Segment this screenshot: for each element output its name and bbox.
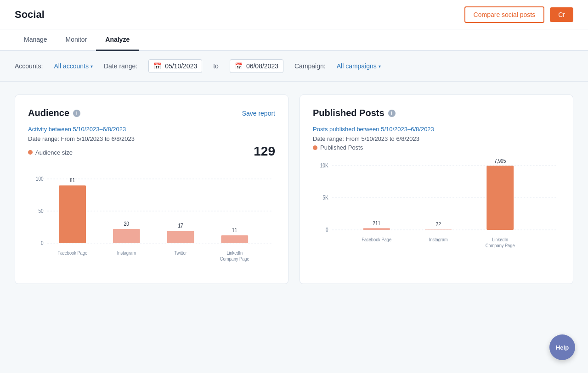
audience-legend-dot <box>28 150 33 155</box>
svg-text:20: 20 <box>124 221 129 227</box>
audience-card-header: Audience i Save report <box>28 108 275 118</box>
published-legend: Published Posts <box>313 144 560 151</box>
svg-text:Company Page: Company Page <box>220 256 249 262</box>
svg-text:LinkedIn: LinkedIn <box>492 237 508 242</box>
audience-date-range: Date range: From 5/10/2023 to 6/8/2023 <box>28 135 275 142</box>
svg-rect-6 <box>59 185 86 243</box>
svg-rect-25 <box>363 228 390 230</box>
svg-text:Company Page: Company Page <box>486 243 515 248</box>
campaign-label: Campaign: <box>294 62 326 70</box>
published-posts-card: Published Posts i Posts published betwee… <box>300 95 573 284</box>
svg-rect-9 <box>113 229 140 243</box>
nav-monitor[interactable]: Monitor <box>57 29 96 51</box>
svg-text:0: 0 <box>326 227 328 233</box>
campaign-chevron-icon: ▾ <box>379 64 381 69</box>
accounts-chevron-icon: ▾ <box>90 64 93 69</box>
svg-text:5K: 5K <box>322 195 328 200</box>
date-from-value: 05/10/2023 <box>165 62 197 70</box>
published-card-header: Published Posts i <box>313 108 560 118</box>
published-title: Published Posts i <box>313 108 396 118</box>
svg-text:Instagram: Instagram <box>117 250 136 256</box>
date-range-label: Date range: <box>104 62 137 70</box>
svg-text:10K: 10K <box>320 162 328 168</box>
audience-info-icon[interactable]: i <box>73 110 80 117</box>
audience-title: Audience i <box>28 108 80 118</box>
nav-manage[interactable]: Manage <box>15 29 57 51</box>
audience-activity-text: Activity between 5/10/2023–6/8/2023 <box>28 126 275 133</box>
calendar-from-icon: 📅 <box>153 62 161 70</box>
audience-chart-svg: 100 50 0 81 Facebook Page 20 Instagram 1… <box>28 170 275 271</box>
audience-legend: Audience size <box>28 149 73 156</box>
svg-text:11: 11 <box>232 227 237 233</box>
date-to-input[interactable]: 📅 06/08/2023 <box>230 59 283 73</box>
create-button[interactable]: Cr <box>550 7 573 22</box>
svg-text:Facebook Page: Facebook Page <box>362 237 391 242</box>
published-info-icon[interactable]: i <box>388 110 396 117</box>
svg-text:LinkedIn: LinkedIn <box>226 250 243 256</box>
svg-text:17: 17 <box>178 223 183 228</box>
published-legend-label: Published Posts <box>320 144 363 151</box>
main-nav: Manage Monitor Analyze <box>0 29 588 51</box>
nav-analyze[interactable]: Analyze <box>96 29 139 51</box>
date-from-input[interactable]: 📅 05/10/2023 <box>148 59 202 73</box>
published-activity-text: Posts published between 5/10/2023–6/8/20… <box>313 126 560 133</box>
audience-card: Audience i Save report Activity between … <box>15 95 288 284</box>
published-legend-dot <box>313 145 317 150</box>
date-to-value: 06/08/2023 <box>246 62 278 70</box>
calendar-to-icon: 📅 <box>235 62 243 70</box>
svg-text:Twitter: Twitter <box>174 250 187 256</box>
svg-text:7,905: 7,905 <box>494 158 506 164</box>
svg-text:Instagram: Instagram <box>429 237 448 242</box>
campaign-dropdown[interactable]: All campaigns ▾ <box>337 62 381 70</box>
accounts-label: Accounts: <box>15 62 43 70</box>
svg-text:81: 81 <box>70 177 75 183</box>
audience-chart: 100 50 0 81 Facebook Page 20 Instagram 1… <box>28 170 275 271</box>
date-separator: to <box>213 62 219 70</box>
svg-text:211: 211 <box>373 220 380 226</box>
header-actions: Compare social posts Cr <box>464 6 573 23</box>
audience-legend-label: Audience size <box>35 149 73 156</box>
accounts-value: All accounts <box>54 62 88 70</box>
campaign-value: All campaigns <box>337 62 377 70</box>
audience-total: 129 <box>254 144 275 159</box>
svg-rect-15 <box>221 235 248 243</box>
header: Social Compare social posts Cr <box>0 0 588 29</box>
accounts-dropdown[interactable]: All accounts ▾ <box>54 62 92 70</box>
compare-social-posts-button[interactable]: Compare social posts <box>464 6 545 23</box>
svg-text:22: 22 <box>436 221 441 227</box>
svg-text:Facebook Page: Facebook Page <box>57 250 87 256</box>
audience-save-report-button[interactable]: Save report <box>242 110 275 117</box>
svg-rect-12 <box>167 231 194 243</box>
published-chart-svg: 10K 5K 0 211 Facebook Page 22 Instagram … <box>313 156 560 257</box>
app-title: Social <box>15 9 45 21</box>
svg-text:0: 0 <box>41 240 44 246</box>
svg-text:50: 50 <box>38 208 43 214</box>
svg-text:100: 100 <box>36 176 44 182</box>
main-content: Audience i Save report Activity between … <box>0 82 588 297</box>
svg-rect-31 <box>486 166 514 230</box>
published-chart: 10K 5K 0 211 Facebook Page 22 Instagram … <box>313 156 560 257</box>
published-date-range: Date range: From 5/10/2023 to 6/8/2023 <box>313 135 560 142</box>
filter-bar: Accounts: All accounts ▾ Date range: 📅 0… <box>0 51 588 82</box>
